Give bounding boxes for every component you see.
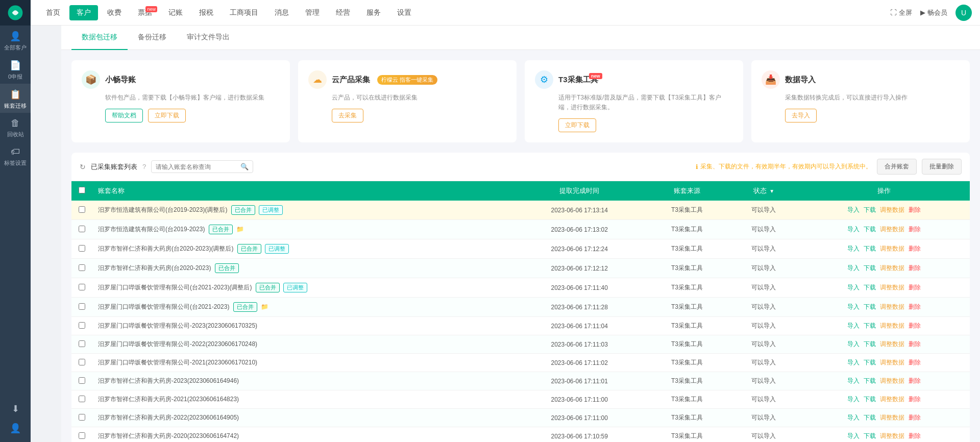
sidebar-item-account-migrate[interactable]: 📋 账套迁移 <box>0 84 31 113</box>
nav-messages[interactable]: 消息 <box>267 5 296 20</box>
action-导入[interactable]: 导入 <box>847 226 860 233</box>
nav-home[interactable]: 首页 <box>39 5 67 20</box>
xiaochang-help-btn[interactable]: 帮助文档 <box>105 109 143 122</box>
nav-services[interactable]: 服务 <box>359 5 388 20</box>
fullscreen-button[interactable]: ⛶ 全屏 <box>890 8 912 17</box>
th-status[interactable]: 状态 ▼ <box>729 181 799 201</box>
action-删除[interactable]: 删除 <box>909 432 921 439</box>
action-导入[interactable]: 导入 <box>847 245 860 252</box>
action-导入[interactable]: 导入 <box>847 359 860 366</box>
action-删除[interactable]: 删除 <box>909 264 921 272</box>
nav-settings[interactable]: 设置 <box>390 5 419 20</box>
action-调整数据[interactable]: 调整数据 <box>880 414 904 421</box>
nav-clients[interactable]: 客户 <box>69 5 98 20</box>
select-all-checkbox[interactable] <box>79 187 85 193</box>
row-checkbox-5[interactable] <box>79 284 85 290</box>
action-删除[interactable]: 删除 <box>909 359 921 366</box>
action-调整数据[interactable]: 调整数据 <box>880 264 904 272</box>
merge-accounts-btn[interactable]: 合并账套 <box>877 159 917 175</box>
action-删除[interactable]: 删除 <box>909 414 921 421</box>
action-调整数据[interactable]: 调整数据 <box>880 340 904 348</box>
action-调整数据[interactable]: 调整数据 <box>880 226 904 233</box>
action-下载[interactable]: 下载 <box>864 226 876 233</box>
sidebar-item-download[interactable]: ⬇ <box>0 398 31 418</box>
row-checkbox-1[interactable] <box>79 206 85 213</box>
action-下载[interactable]: 下载 <box>864 264 876 272</box>
action-导入[interactable]: 导入 <box>847 264 860 272</box>
row-checkbox-4[interactable] <box>79 264 85 271</box>
action-下载[interactable]: 下载 <box>864 414 876 421</box>
action-下载[interactable]: 下载 <box>864 245 876 252</box>
action-导入[interactable]: 导入 <box>847 284 860 291</box>
help-icon[interactable]: ? <box>142 163 146 170</box>
action-导入[interactable]: 导入 <box>847 303 860 310</box>
nav-fees[interactable]: 收费 <box>100 5 129 20</box>
action-删除[interactable]: 删除 <box>909 377 921 384</box>
nav-invoices[interactable]: 票据 new <box>131 5 159 20</box>
action-删除[interactable]: 删除 <box>909 396 921 403</box>
sidebar-item-tag-settings[interactable]: 🏷 标签设置 <box>0 141 31 170</box>
row-checkbox-13[interactable] <box>79 432 85 439</box>
sidebar-logo[interactable] <box>0 0 31 26</box>
action-删除[interactable]: 删除 <box>909 322 921 329</box>
action-删除[interactable]: 删除 <box>909 226 921 233</box>
action-导入[interactable]: 导入 <box>847 414 860 421</box>
action-下载[interactable]: 下载 <box>864 340 876 348</box>
action-删除[interactable]: 删除 <box>909 206 921 213</box>
action-调整数据[interactable]: 调整数据 <box>880 432 904 439</box>
action-导入[interactable]: 导入 <box>847 377 860 384</box>
nav-tax[interactable]: 报税 <box>192 5 220 20</box>
action-导入[interactable]: 导入 <box>847 432 860 439</box>
action-导入[interactable]: 导入 <box>847 396 860 403</box>
action-下载[interactable]: 下载 <box>864 206 876 213</box>
member-button[interactable]: ▶ 畅会员 <box>920 8 947 17</box>
sidebar-item-account-settings[interactable]: 👤 <box>0 418 31 437</box>
sidebar-item-all-clients[interactable]: 👤 全部客户 <box>0 26 31 55</box>
search-icon[interactable]: 🔍 <box>240 163 249 170</box>
nav-operations[interactable]: 经营 <box>329 5 357 20</box>
action-导入[interactable]: 导入 <box>847 322 860 329</box>
cloud-collect-btn[interactable]: 去采集 <box>332 109 363 122</box>
tab-data-migrate[interactable]: 数据包迁移 <box>71 26 128 50</box>
dataimport-btn[interactable]: 去导入 <box>785 109 817 122</box>
action-调整数据[interactable]: 调整数据 <box>880 303 904 310</box>
xiaochang-download-btn[interactable]: 立即下载 <box>148 109 186 122</box>
action-删除[interactable]: 删除 <box>909 340 921 348</box>
action-调整数据[interactable]: 调整数据 <box>880 396 904 403</box>
action-导入[interactable]: 导入 <box>847 340 860 348</box>
sidebar-item-report[interactable]: 📄 0申报 <box>0 55 31 84</box>
action-下载[interactable]: 下载 <box>864 396 876 403</box>
action-删除[interactable]: 删除 <box>909 303 921 310</box>
row-checkbox-11[interactable] <box>79 396 85 402</box>
action-调整数据[interactable]: 调整数据 <box>880 359 904 366</box>
nav-management[interactable]: 管理 <box>298 5 327 20</box>
row-checkbox-7[interactable] <box>79 322 85 329</box>
row-checkbox-12[interactable] <box>79 414 85 421</box>
tab-backup-migrate[interactable]: 备份迁移 <box>128 26 177 50</box>
nav-bookkeeping[interactable]: 记账 <box>161 5 190 20</box>
action-导入[interactable]: 导入 <box>847 206 860 213</box>
action-下载[interactable]: 下载 <box>864 284 876 291</box>
batch-delete-btn[interactable]: 批量删除 <box>922 159 962 175</box>
user-avatar[interactable]: U <box>955 5 972 21</box>
tab-audit-export[interactable]: 审计文件导出 <box>177 26 240 50</box>
row-checkbox-2[interactable] <box>79 226 85 232</box>
action-下载[interactable]: 下载 <box>864 377 876 384</box>
action-下载[interactable]: 下载 <box>864 432 876 439</box>
nav-business[interactable]: 工商项目 <box>223 5 265 20</box>
action-下载[interactable]: 下载 <box>864 359 876 366</box>
action-下载[interactable]: 下载 <box>864 322 876 329</box>
row-checkbox-6[interactable] <box>79 303 85 310</box>
action-删除[interactable]: 删除 <box>909 245 921 252</box>
action-调整数据[interactable]: 调整数据 <box>880 322 904 329</box>
refresh-icon[interactable]: ↻ <box>80 163 86 171</box>
action-调整数据[interactable]: 调整数据 <box>880 377 904 384</box>
search-input[interactable] <box>156 163 237 170</box>
action-调整数据[interactable]: 调整数据 <box>880 245 904 252</box>
t3-download-btn[interactable]: 立即下载 <box>558 118 596 132</box>
action-删除[interactable]: 删除 <box>909 284 921 291</box>
action-下载[interactable]: 下载 <box>864 303 876 310</box>
row-checkbox-8[interactable] <box>79 340 85 347</box>
action-调整数据[interactable]: 调整数据 <box>880 206 904 213</box>
row-checkbox-9[interactable] <box>79 359 85 365</box>
